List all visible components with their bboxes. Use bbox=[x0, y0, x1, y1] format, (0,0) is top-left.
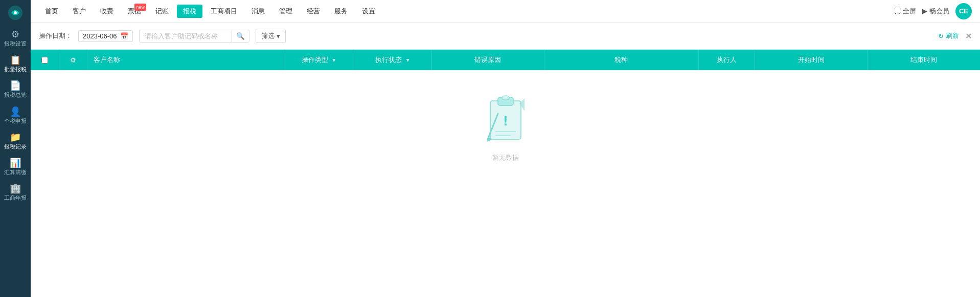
nav-home[interactable]: 首页 bbox=[39, 5, 64, 18]
svg-text:!: ! bbox=[503, 113, 508, 129]
sidebar-item-annual-report-label: 工商年报 bbox=[4, 195, 27, 201]
empty-illustration: ! bbox=[483, 91, 529, 147]
topnav: 首页 客户 收费 票据 new 记账 报税 工商项目 消息 管理 经营 服务 设… bbox=[31, 0, 980, 23]
sidebar: ⚙ 报税设置 📋 批量报税 📄 报税总览 👤 个税申报 📁 报税记录 📊 汇算清… bbox=[0, 0, 31, 297]
search-button[interactable]: 🔍 bbox=[232, 30, 249, 42]
topnav-right: ⛶ 全屏 ▶ 畅会员 CE bbox=[894, 3, 972, 19]
th-client-name: 客户名称 bbox=[87, 50, 284, 70]
sidebar-item-batch-tax[interactable]: 📋 批量报税 bbox=[0, 51, 31, 77]
personal-tax-icon: 👤 bbox=[10, 107, 21, 116]
avatar[interactable]: CE bbox=[955, 3, 972, 19]
member-label: 畅会员 bbox=[929, 7, 949, 16]
sidebar-item-tax-overview[interactable]: 📄 报税总览 bbox=[0, 77, 31, 102]
th-error-reason: 错误原因 bbox=[431, 50, 544, 70]
nav-business[interactable]: 工商项目 bbox=[204, 5, 243, 18]
tax-records-icon: 📁 bbox=[10, 133, 21, 142]
empty-state-row: ! 暂无数据 bbox=[31, 70, 980, 183]
sidebar-item-batch-tax-label: 批量报税 bbox=[4, 66, 27, 73]
sidebar-item-personal-tax-label: 个税申报 bbox=[4, 118, 27, 124]
settlement-icon: 📊 bbox=[10, 158, 21, 167]
member-icon: ▶ bbox=[922, 7, 927, 15]
toolbar-right: ↻ 刷新 ✕ bbox=[938, 31, 972, 41]
exec-status-sort-icon: ▼ bbox=[405, 57, 411, 63]
date-value: 2023-06-06 bbox=[83, 32, 117, 40]
th-settings[interactable]: ⚙ bbox=[59, 50, 87, 70]
sidebar-item-tax-settings[interactable]: ⚙ 报税设置 bbox=[0, 26, 31, 51]
th-executor: 执行人 bbox=[699, 50, 755, 70]
table-wrap: ⚙ 客户名称 操作类型 ▼ 执行状态 ▼ 错误原因 bbox=[31, 50, 980, 297]
batch-tax-icon: 📋 bbox=[10, 55, 21, 65]
new-badge: new bbox=[134, 4, 146, 11]
annual-report-icon: 🏢 bbox=[10, 184, 21, 193]
nav-settings[interactable]: 设置 bbox=[356, 5, 381, 18]
nav-customer[interactable]: 客户 bbox=[66, 5, 92, 18]
empty-text: 暂无数据 bbox=[492, 153, 519, 162]
avatar-text: CE bbox=[959, 7, 968, 15]
sidebar-logo bbox=[0, 0, 31, 26]
th-checkbox bbox=[31, 50, 59, 70]
fullscreen-label: 全屏 bbox=[903, 7, 916, 16]
records-table: ⚙ 客户名称 操作类型 ▼ 执行状态 ▼ 错误原因 bbox=[31, 50, 980, 183]
th-end-time: 结束时间 bbox=[868, 50, 980, 70]
select-all-checkbox[interactable] bbox=[41, 57, 48, 63]
nav-invoice[interactable]: 票据 new bbox=[122, 5, 147, 18]
filter-label: 筛选 bbox=[261, 31, 275, 40]
th-exec-status[interactable]: 执行状态 ▼ bbox=[354, 50, 431, 70]
nav-billing[interactable]: 收费 bbox=[94, 5, 120, 18]
sidebar-item-personal-tax[interactable]: 👤 个税申报 bbox=[0, 103, 31, 129]
search-box: 🔍 bbox=[139, 30, 249, 43]
op-type-sort-icon: ▼ bbox=[331, 57, 336, 63]
refresh-button[interactable]: ↻ 刷新 bbox=[938, 31, 959, 40]
nav-operations[interactable]: 经营 bbox=[301, 5, 326, 18]
svg-rect-4 bbox=[502, 96, 509, 100]
sidebar-item-tax-overview-label: 报税总览 bbox=[4, 92, 27, 98]
th-tax-type: 税种 bbox=[544, 50, 699, 70]
fullscreen-icon: ⛶ bbox=[894, 7, 901, 15]
main-area: 首页 客户 收费 票据 new 记账 报税 工商项目 消息 管理 经营 服务 设… bbox=[31, 0, 980, 297]
nav-tax[interactable]: 报税 bbox=[177, 5, 202, 18]
refresh-label: 刷新 bbox=[946, 31, 959, 40]
sidebar-item-settlement-label: 汇算清缴 bbox=[4, 169, 27, 176]
sidebar-item-tax-records-label: 报税记录 bbox=[4, 143, 27, 150]
th-start-time: 开始时间 bbox=[755, 50, 868, 70]
chevron-down-icon: ▾ bbox=[277, 32, 280, 40]
refresh-icon: ↻ bbox=[938, 32, 944, 40]
sidebar-item-tax-records[interactable]: 📁 报税记录 bbox=[0, 129, 31, 154]
tax-settings-icon: ⚙ bbox=[11, 30, 19, 39]
sidebar-item-annual-report[interactable]: 🏢 工商年报 bbox=[0, 180, 31, 205]
sidebar-item-tax-settings-label: 报税设置 bbox=[4, 40, 27, 47]
toolbar: 操作日期： 2023-06-06 📅 🔍 筛选 ▾ ↻ 刷新 ✕ bbox=[31, 23, 980, 50]
date-label: 操作日期： bbox=[39, 31, 72, 40]
svg-point-1 bbox=[14, 11, 17, 14]
member-button[interactable]: ▶ 畅会员 bbox=[922, 7, 949, 16]
filter-button[interactable]: 筛选 ▾ bbox=[256, 29, 286, 43]
nav-services[interactable]: 服务 bbox=[328, 5, 354, 18]
tax-overview-icon: 📄 bbox=[10, 81, 21, 90]
close-button[interactable]: ✕ bbox=[965, 31, 972, 41]
sidebar-item-settlement[interactable]: 📊 汇算清缴 bbox=[0, 154, 31, 180]
empty-state: ! 暂无数据 bbox=[31, 70, 980, 183]
calendar-icon: 📅 bbox=[120, 32, 128, 40]
nav-messages[interactable]: 消息 bbox=[245, 5, 271, 18]
nav-manage[interactable]: 管理 bbox=[273, 5, 299, 18]
fullscreen-button[interactable]: ⛶ 全屏 bbox=[894, 7, 916, 16]
th-op-type[interactable]: 操作类型 ▼ bbox=[284, 50, 354, 70]
table-header-row: ⚙ 客户名称 操作类型 ▼ 执行状态 ▼ 错误原因 bbox=[31, 50, 980, 70]
table-body: ! 暂无数据 bbox=[31, 70, 980, 183]
content: 操作日期： 2023-06-06 📅 🔍 筛选 ▾ ↻ 刷新 ✕ bbox=[31, 23, 980, 297]
nav-accounts[interactable]: 记账 bbox=[149, 5, 175, 18]
date-picker[interactable]: 2023-06-06 📅 bbox=[78, 30, 133, 42]
search-input[interactable] bbox=[140, 30, 232, 42]
